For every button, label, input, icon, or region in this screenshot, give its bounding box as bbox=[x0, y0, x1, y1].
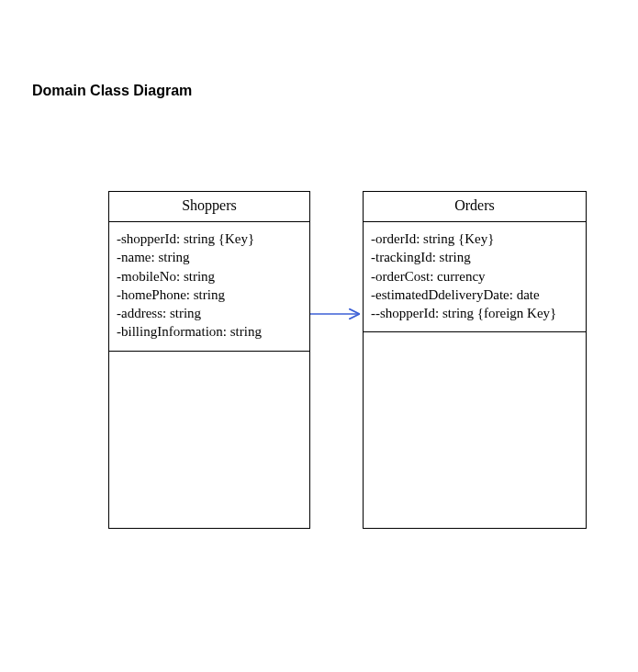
attr-line: -orderId: string {Key} bbox=[371, 230, 578, 248]
class-header-shoppers: Shoppers bbox=[109, 192, 309, 222]
attr-line: -name: string bbox=[117, 248, 302, 266]
attr-line: --shopperId: string {foreign Key} bbox=[371, 304, 578, 322]
association-arrow-icon bbox=[310, 305, 363, 323]
class-header-orders: Orders bbox=[364, 192, 586, 222]
attr-line: -estimatedDdeliveryDate: date bbox=[371, 286, 578, 304]
class-box-shoppers: Shoppers -shopperId: string {Key} -name:… bbox=[108, 191, 310, 529]
attr-line: -address: string bbox=[117, 304, 302, 322]
attr-line: -mobileNo: string bbox=[117, 267, 302, 286]
class-box-orders: Orders -orderId: string {Key} -trackingI… bbox=[363, 191, 587, 529]
attr-line: -orderCost: currency bbox=[371, 267, 578, 286]
attr-line: -trackingId: string bbox=[371, 248, 578, 266]
class-attributes-orders: -orderId: string {Key} -trackingId: stri… bbox=[364, 222, 586, 332]
attr-line: -shopperId: string {Key} bbox=[117, 230, 302, 248]
class-methods-orders bbox=[364, 332, 586, 528]
attr-line: -billingInformation: string bbox=[117, 322, 302, 341]
class-attributes-shoppers: -shopperId: string {Key} -name: string -… bbox=[109, 222, 309, 352]
attr-line: -homePhone: string bbox=[117, 286, 302, 304]
diagram-title: Domain Class Diagram bbox=[32, 83, 192, 99]
class-methods-shoppers bbox=[109, 352, 309, 529]
